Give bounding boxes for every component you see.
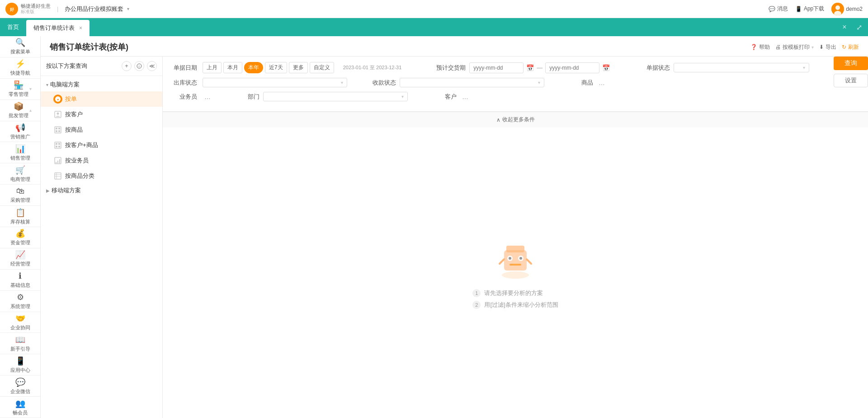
sidebar-item-system[interactable]: ⚙ 系统管理 [0, 291, 40, 312]
scheme-item-by-customer-goods[interactable]: 按客户+商品 [41, 138, 162, 153]
active-scheme-icon: ● [53, 95, 62, 104]
user-menu[interactable]: demo2 [831, 3, 863, 15]
sidebar-item-guide[interactable]: 📖 新手引导 [0, 333, 40, 354]
refresh-btn[interactable]: ↻ 刷新 [842, 43, 859, 51]
message-btn[interactable]: 💬 消息 [769, 5, 788, 13]
export-btn[interactable]: ⬇ 导出 [819, 43, 836, 51]
print-btn[interactable]: 🖨 按模板打印 ▾ [775, 43, 814, 51]
edit-scheme-btn[interactable]: ○ [134, 61, 144, 71]
shipment-select-arrow: ▾ [341, 80, 343, 85]
payment-select-arrow: ▾ [538, 80, 540, 85]
scheme-group-mobile-header[interactable]: ▶ 移动端方案 [41, 184, 162, 197]
tab-close-icon[interactable]: × [79, 25, 82, 31]
collapse-panel-btn[interactable]: ≪ [147, 61, 157, 71]
svg-point-3 [835, 5, 840, 10]
app-download-btn[interactable]: 📱 App下载 [795, 5, 824, 13]
tab-home[interactable]: 首页 [0, 18, 26, 36]
sidebar-item-quick-nav[interactable]: ⚡ 快捷导航 [0, 57, 40, 79]
inventory-icon: 📋 [15, 208, 25, 218]
svg-point-34 [509, 257, 511, 260]
svg-rect-30 [504, 250, 527, 271]
query-btn[interactable]: 查询 [834, 57, 868, 70]
tab-sales-stats[interactable]: 销售订单统计表 × [26, 20, 90, 36]
scheme-item-by-goods-category[interactable]: 按商品分类 [41, 168, 162, 184]
scheme-item-by-customer[interactable]: 按客户 [41, 107, 162, 122]
sidebar-item-collab[interactable]: 🤝 企业协同 [0, 312, 40, 333]
department-label: 部门 [234, 93, 259, 101]
help-btn[interactable]: ❓ 帮助 [750, 43, 770, 51]
svg-line-37 [500, 259, 504, 264]
svg-rect-20 [58, 146, 60, 147]
svg-point-29 [502, 271, 529, 279]
calendar-start-icon[interactable]: 📅 [526, 64, 534, 71]
collapse-btn[interactable]: ∧ 收起更多条件 [496, 116, 535, 124]
svg-rect-12 [56, 128, 57, 129]
filter-area-wrapper: 单据日期 上月 本月 本年 近7天 更多 自定义 2023-01-01 至 20… [163, 57, 868, 127]
svg-point-35 [519, 257, 522, 260]
sidebar-item-inventory[interactable]: 📋 库存核算 [0, 206, 40, 227]
tab-close-btn[interactable]: × [839, 22, 850, 33]
ecommerce-icon: 🛒 [15, 165, 25, 175]
sidebar-item-purchase[interactable]: 🛍 采购管理 [0, 185, 40, 206]
sidebar: 🔍 搜索菜单 ⚡ 快捷导航 🏪 零售管理 ▾ 📦 批发管理 ▴ 📢 营销推广 [0, 36, 41, 418]
sidebar-item-ecommerce[interactable]: 🛒 电商管理 [0, 163, 40, 185]
date-btn-this-month[interactable]: 本月 [223, 62, 242, 73]
date-btn-this-year[interactable]: 本年 [244, 62, 263, 73]
print-dropdown-icon: ▾ [811, 45, 814, 50]
sidebar-item-wholesale[interactable]: 📦 批发管理 ▴ [0, 100, 40, 121]
sidebar-item-search[interactable]: 🔍 搜索菜单 [0, 36, 40, 57]
search-icon: 🔍 [15, 38, 25, 48]
svg-rect-14 [56, 130, 57, 132]
status-select[interactable]: ▾ [674, 63, 809, 72]
department-select-arrow: ▾ [401, 94, 404, 99]
sidebar-item-apps[interactable]: 📱 应用中心 [0, 354, 40, 375]
date-btn-more[interactable]: 更多 [289, 62, 308, 73]
expected-date-start[interactable] [469, 62, 524, 73]
calendar-end-icon[interactable]: 📅 [602, 64, 610, 71]
sidebar-item-operations[interactable]: 📈 经营管理 [0, 248, 40, 270]
operations-icon: 📈 [15, 250, 25, 260]
left-panel: 按以下方案查询 + ○ ≪ ▾ 电脑端方案 [41, 57, 163, 418]
date-btn-last-month[interactable]: 上月 [203, 62, 222, 73]
sidebar-item-retail[interactable]: 🏪 零售管理 ▾ [0, 79, 40, 100]
sidebar-item-wechat[interactable]: 💬 企业微信 [0, 375, 40, 397]
content-area: 销售订单统计表(按单) ❓ 帮助 🖨 按模板打印 ▾ ⬇ 导出 ↻ 刷新 [41, 36, 868, 418]
filter-area: 单据日期 上月 本月 本年 近7天 更多 自定义 2023-01-01 至 20… [163, 57, 868, 112]
date-btn-7days[interactable]: 近7天 [265, 62, 287, 73]
sales-icon: 📊 [15, 144, 25, 154]
scheme-item-by-order[interactable]: ● 按单 [41, 91, 162, 107]
page-header: 销售订单统计表(按单) ❓ 帮助 🖨 按模板打印 ▾ ⬇ 导出 ↻ 刷新 [41, 36, 868, 57]
goods-dots[interactable]: … [599, 79, 605, 86]
payment-select[interactable]: ▾ [400, 78, 544, 87]
customer-dots[interactable]: … [462, 93, 468, 100]
scheme-group-pc-header[interactable]: ▾ 电脑端方案 [41, 78, 162, 91]
customer-label: 客户 [431, 93, 457, 101]
sidebar-item-sales[interactable]: 📊 销售管理 [0, 142, 40, 163]
svg-point-10 [57, 113, 59, 115]
tip2-num: 2 [472, 301, 481, 309]
sidebar-item-finance[interactable]: 💰 资金管理 [0, 227, 40, 248]
date-btn-custom[interactable]: 自定义 [310, 62, 334, 73]
filter-row-3: 业务员 … 部门 ▾ 客户 … [172, 92, 809, 101]
sidebar-item-member[interactable]: 👥 畅会员 [0, 397, 40, 418]
svg-rect-15 [58, 130, 60, 132]
empty-tips: 1 请先选择要分析的方案 2 用[过滤]条件来缩小分析范围 [472, 289, 558, 309]
tab-maximize-btn[interactable]: ⤢ [854, 22, 864, 33]
main-layout: 🔍 搜索菜单 ⚡ 快捷导航 🏪 零售管理 ▾ 📦 批发管理 ▴ 📢 营销推广 [0, 36, 868, 418]
salesman-dots[interactable]: … [204, 93, 211, 100]
scheme-item-by-salesman[interactable]: 按业务员 [41, 153, 162, 168]
svg-rect-13 [58, 128, 60, 129]
shipment-select[interactable]: ▾ [203, 78, 347, 87]
left-panel-header: 按以下方案查询 + ○ ≪ [41, 57, 162, 76]
guide-icon: 📖 [15, 335, 25, 345]
quick-nav-icon: ⚡ [15, 59, 25, 69]
system-dropdown-icon[interactable]: ▾ [127, 6, 129, 11]
sidebar-item-marketing[interactable]: 📢 营销推广 [0, 121, 40, 142]
sidebar-item-basic-info[interactable]: ℹ 基础信息 [0, 270, 40, 291]
settings-btn[interactable]: 设置 [834, 74, 868, 87]
right-panel: 单据日期 上月 本月 本年 近7天 更多 自定义 2023-01-01 至 20… [163, 57, 868, 418]
department-select[interactable]: ▾ [263, 92, 408, 101]
expected-date-end[interactable] [545, 62, 599, 73]
scheme-item-by-goods[interactable]: 按商品 [41, 122, 162, 138]
add-scheme-btn[interactable]: + [122, 61, 132, 71]
